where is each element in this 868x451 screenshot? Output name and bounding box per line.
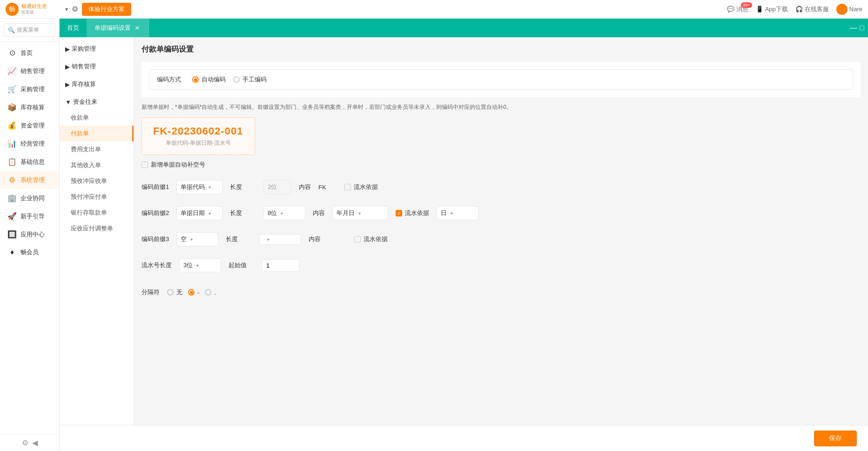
sidebar-item-operations[interactable]: 📊 经营管理 <box>0 135 59 153</box>
sub-item-adjustment[interactable]: 应收应付调整单 <box>60 221 134 236</box>
start-value-input[interactable] <box>262 259 299 272</box>
form-row-serial: 流水号长度 3位 ▾ 起始值 <box>141 258 861 272</box>
prefix2-content-select[interactable]: 年月日 ▾ <box>332 206 388 220</box>
sub-item-pre-receive[interactable]: 预收冲应收单 <box>60 173 134 189</box>
app-download-btn[interactable]: 📱 App下载 <box>756 5 788 13</box>
logo-badge: 拓客版 <box>21 9 47 15</box>
prefix3-length-label: 长度 <box>226 235 252 243</box>
prefix3-serial-check[interactable]: 流水依据 <box>354 235 388 243</box>
settings-btn[interactable]: ⚙ <box>72 5 78 13</box>
sidebar-item-newguide[interactable]: 🚀 新手引导 <box>0 207 59 225</box>
prefix2-length-arrow: ▾ <box>281 211 283 216</box>
sidebar-item-purchase[interactable]: 🛒 采购管理 <box>0 80 59 98</box>
sidebar-item-system[interactable]: ⚙ 系统管理 <box>0 171 59 189</box>
prefix2-period-select[interactable]: 日 ▾ <box>437 206 478 220</box>
tab-minimize-btn[interactable]: — <box>849 24 857 32</box>
inventory-icon: 📦 <box>7 103 17 112</box>
sub-group-purchase: ▶ 采购管理 <box>60 41 134 57</box>
sidebar-item-enterprise[interactable]: 🏢 企业协同 <box>0 189 59 207</box>
chevron-right-icon-3: ▶ <box>65 81 70 88</box>
sidebar-collapse-btn[interactable]: ◀ <box>32 438 38 447</box>
prefix3-content-label: 内容 <box>309 235 321 243</box>
tab-encoding-close[interactable]: ✕ <box>134 24 141 32</box>
auto-fill-checkbox[interactable]: 新增单据自动补空号 <box>141 161 205 169</box>
avatar <box>836 4 848 15</box>
operations-icon: 📊 <box>7 139 17 148</box>
auto-fill-checkbox-box <box>141 162 148 168</box>
sep-radio-dot[interactable]: . <box>205 289 216 296</box>
sub-item-bank[interactable]: 银行存取款单 <box>60 205 134 221</box>
sep-none-circle <box>167 289 174 296</box>
prefix1-serial-checkbox-box <box>344 184 351 190</box>
sub-item-pre-pay[interactable]: 预付冲应付单 <box>60 189 134 205</box>
member-icon: ♦ <box>7 248 17 256</box>
tab-home[interactable]: 首页 <box>60 19 87 37</box>
message-icon: 💬 <box>727 6 734 13</box>
start-value-label: 起始值 <box>229 261 255 269</box>
logo: 畅 畅通好生意 拓客版 <box>6 3 61 16</box>
user-profile-btn[interactable]: Nare <box>836 4 862 15</box>
sub-group-sales-header[interactable]: ▶ 销售管理 <box>60 59 134 74</box>
nav-chevron-btn[interactable]: ▾ <box>65 6 68 13</box>
industry-plan-btn[interactable]: 体验行业方案 <box>82 3 131 16</box>
inner-content: ▶ 采购管理 ▶ 销售管理 ▶ 库存核算 <box>60 37 868 425</box>
sidebar-item-sales[interactable]: 📈 销售管理 <box>0 62 59 80</box>
prefix1-content-value: FK <box>318 184 337 191</box>
message-badge: 99+ <box>741 2 752 8</box>
prefix1-length-input: 2位 <box>263 180 291 194</box>
sidebar-search-area: 🔍 搜索菜单 <box>0 19 59 42</box>
save-button[interactable]: 保存 <box>814 431 857 446</box>
prefix3-select[interactable]: 空 ▾ <box>176 232 218 246</box>
sub-item-payment[interactable]: 付款单 <box>60 126 134 141</box>
logo-text: 畅通好生意 <box>21 3 47 9</box>
message-btn[interactable]: 💬 消息 99+ <box>727 5 748 13</box>
tab-maximize-btn[interactable]: □ <box>860 24 864 32</box>
sidebar-nav: ⊙ 首页 📈 销售管理 🛒 采购管理 📦 库存核算 💰 资金管理 📊 经营 <box>0 42 59 434</box>
sep-radio-dash[interactable]: - <box>188 289 199 296</box>
tab-encoding[interactable]: 单据编码设置 ✕ <box>87 19 149 37</box>
sub-group-inventory: ▶ 库存核算 <box>60 76 134 92</box>
sidebar-item-member[interactable]: ♦ 畅会员 <box>0 243 59 261</box>
sidebar-bottom: ⚙ ◀ <box>0 434 59 451</box>
prefix2-label: 编码前缀2 <box>141 209 169 217</box>
serial-length-select[interactable]: 3位 ▾ <box>179 258 221 272</box>
prefix2-serial-check[interactable]: 流水依据 <box>396 209 429 217</box>
prefix2-length-select[interactable]: 8位 ▾ <box>263 206 305 220</box>
prefix3-label: 编码前缀3 <box>141 235 169 243</box>
prefix2-select[interactable]: 单据日期 ▾ <box>176 206 222 220</box>
sub-group-capital-header[interactable]: ▼ 资金往来 <box>60 94 134 110</box>
sidebar-item-appstore[interactable]: 🔲 应用中心 <box>0 225 59 243</box>
sub-item-other-income[interactable]: 其他收入单 <box>60 157 134 173</box>
chevron-down-icon: ▼ <box>65 99 71 106</box>
sidebar-item-finance[interactable]: 💰 资金管理 <box>0 116 59 135</box>
sub-item-expense[interactable]: 费用支出单 <box>60 141 134 157</box>
prefix3-length-select[interactable]: ▾ <box>259 234 301 245</box>
serial-length-arrow: ▾ <box>196 263 199 268</box>
sidebar-item-home[interactable]: ⊙ 首页 <box>0 44 59 62</box>
prefix1-serial-check[interactable]: 流水依据 <box>344 183 378 191</box>
auto-encoding-label: 自动编码 <box>202 75 226 84</box>
sub-item-receipt[interactable]: 收款单 <box>60 110 134 126</box>
online-service-btn[interactable]: 🎧 在线客服 <box>795 5 829 13</box>
finance-icon: 💰 <box>7 121 17 130</box>
encoding-method-label: 编码方式 <box>157 75 181 84</box>
content-area: 首页 单据编码设置 ✕ — □ ▶ 采购管理 <box>60 19 868 451</box>
sidebar: 🔍 搜索菜单 ⊙ 首页 📈 销售管理 🛒 采购管理 📦 库存核算 💰 <box>0 19 60 451</box>
sep-radio-none[interactable]: 无 <box>167 288 182 296</box>
sidebar-item-inventory[interactable]: 📦 库存核算 <box>0 98 59 116</box>
sidebar-settings-btn[interactable]: ⚙ <box>22 438 28 447</box>
purchase-icon: 🛒 <box>7 85 17 94</box>
sub-group-inventory-header[interactable]: ▶ 库存核算 <box>60 76 134 92</box>
sub-group-purchase-header[interactable]: ▶ 采购管理 <box>60 41 134 57</box>
sales-icon: 📈 <box>7 67 17 75</box>
radio-manual-encoding[interactable]: 手工编码 <box>233 75 267 84</box>
sidebar-item-basic[interactable]: 📋 基础信息 <box>0 153 59 171</box>
serial-length-label: 流水号长度 <box>141 261 172 269</box>
appstore-icon: 🔲 <box>7 230 17 239</box>
prefix1-dropdown-arrow: ▾ <box>209 185 211 190</box>
form-row-prefix2: 编码前缀2 单据日期 ▾ 长度 8位 ▾ 内容 年月日 ▾ <box>141 206 861 220</box>
search-menu-btn[interactable]: 🔍 搜索菜单 <box>4 23 55 37</box>
prefix1-select[interactable]: 单据代码 ▾ <box>176 180 222 194</box>
radio-auto-encoding[interactable]: 自动编码 <box>192 75 226 84</box>
bottom-bar: 保存 <box>60 425 868 451</box>
